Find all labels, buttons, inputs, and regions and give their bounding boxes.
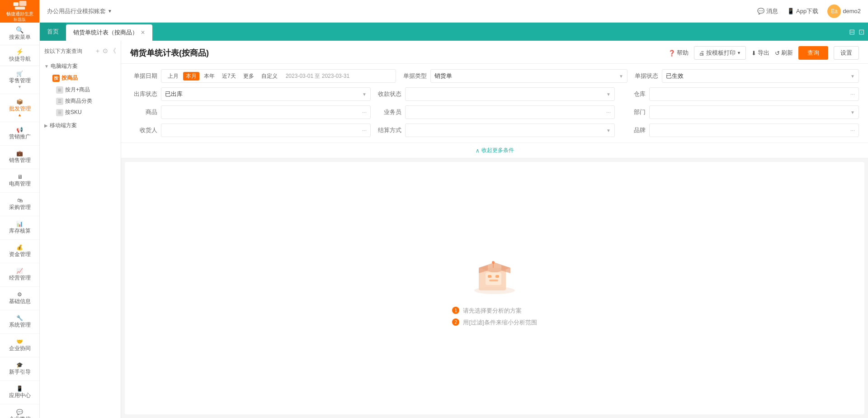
tab-home[interactable]: 首页 [40, 23, 66, 41]
warehouse-dots-icon[interactable]: ··· [850, 91, 855, 97]
sidebar-item-marketing[interactable]: 📢 营销推广 [0, 122, 39, 146]
avatar-text: Ea [831, 8, 838, 14]
purchase-icon: 🛍 [17, 197, 23, 204]
plan-by-category[interactable]: ☰ 按商品分类 [40, 95, 121, 107]
logo-text: 畅捷通好生意 [6, 11, 33, 17]
mobile-section-title[interactable]: ▶ 移动端方案 [40, 120, 121, 131]
sidebar-item-retail[interactable]: 🛒 零售管理 ▼ [0, 66, 39, 94]
marketing-label: 营销推广 [9, 133, 31, 141]
sidebar-item-appcenter[interactable]: 📱 应用中心 [0, 381, 39, 404]
product-dots-icon[interactable]: ··· [362, 109, 367, 115]
sidebar-item-ecommerce[interactable]: 🖥 电商管理 [0, 169, 39, 193]
sidebar-item-wholesale[interactable]: 📦 批发管理 ▲ [0, 94, 39, 122]
paymentstatus-control[interactable]: ▼ [405, 87, 615, 101]
sidebar-item-finance[interactable]: 💰 资金管理 [0, 240, 39, 263]
app-download-button[interactable]: 📱 App下载 [787, 7, 818, 15]
plan-by-month-product[interactable]: ⊞ 按月+商品 [40, 84, 121, 95]
sidebar-item-operations[interactable]: 📈 经营管理 [0, 263, 39, 287]
system-icon: 🔧 [16, 315, 23, 321]
tab-minimize-icon[interactable]: ⊟ [849, 28, 855, 36]
wechat-label: 企业微信 [9, 415, 31, 418]
brand-label: 品牌 [618, 126, 646, 134]
basic-icon: ⚙ [17, 291, 22, 298]
sidebar-item-purchase[interactable]: 🛍 采购管理 [0, 193, 39, 216]
tab-close-icon[interactable]: ✕ [141, 29, 145, 36]
settings-plan-icon[interactable]: ⊙ [103, 47, 108, 55]
print-button[interactable]: 🖨 按模板打印 ▼ [694, 46, 746, 60]
settings-button[interactable]: 设置 [834, 46, 859, 60]
warehousestatus-control[interactable]: 已出库 ▼ [161, 87, 371, 101]
plan-grid-icon: ⊞ [56, 86, 63, 94]
department-control[interactable]: ▼ [649, 105, 859, 119]
wechat-icon: 💬 [16, 409, 23, 415]
user-menu[interactable]: Ea demo2 [827, 5, 861, 18]
plan-by-sku[interactable]: ☰ 按SKU [40, 107, 121, 118]
pill-custom[interactable]: 自定义 [259, 72, 280, 81]
tab-sales-stat[interactable]: 销货单统计表（按商品） ✕ [66, 24, 152, 41]
pill-this-year[interactable]: 本年 [201, 72, 217, 81]
sidebar-search[interactable]: 🔍 搜索菜单 [0, 23, 39, 45]
plan-by-product-label: 按商品 [61, 74, 78, 82]
help-label: 帮助 [677, 49, 689, 57]
page-title-actions: ❓ 帮助 🖨 按模板打印 ▼ ⬇ 导出 ↺ 刷新 [668, 46, 859, 60]
sidebar-item-wechat[interactable]: 💬 企业微信 [0, 404, 39, 418]
sidebar-item-inventory[interactable]: 📊 库存核算 [0, 216, 39, 240]
docstatus-control[interactable]: 已生效 ▼ [662, 69, 859, 83]
tip-2-number: 2 [452, 318, 459, 326]
settlement-control[interactable]: ▼ [405, 124, 615, 137]
pill-more[interactable]: 更多 [241, 72, 257, 81]
pill-this-month[interactable]: 本月 [183, 72, 199, 81]
top-header: 办公用品行业模拟账套 ▼ 💬 消息 📱 App下载 Ea demo2 [40, 0, 868, 23]
print-label: 按模板打印 [706, 49, 736, 57]
refresh-icon: ↺ [775, 50, 780, 57]
filter-row-2: 出库状态 已出库 ▼ 收款状态 ▼ 仓库 ··· [130, 87, 859, 101]
sidebar-item-enterprise[interactable]: 🤝 企业协同 [0, 334, 39, 357]
tip-1-text: 请先选择要分析的方案 [463, 307, 522, 315]
add-plan-icon[interactable]: ＋ [94, 47, 101, 55]
pill-7days[interactable]: 近7天 [219, 72, 239, 81]
product-control[interactable]: ··· [161, 105, 371, 119]
pill-last-month[interactable]: 上月 [165, 72, 181, 81]
filter-panel-title: 按以下方案查询 [44, 48, 82, 55]
salesperson-control[interactable]: ··· [405, 105, 615, 119]
sidebar-item-sales[interactable]: 💼 销售管理 [0, 146, 39, 169]
query-button[interactable]: 查询 [798, 46, 828, 60]
plan-sku-label: 按SKU [65, 109, 82, 116]
tab-maximize-icon[interactable]: ⊡ [859, 28, 864, 36]
warehouse-control[interactable]: ··· [649, 87, 859, 101]
help-button[interactable]: ❓ 帮助 [668, 49, 689, 57]
account-dropdown[interactable]: 办公用品行业模拟账套 ▼ [47, 7, 112, 15]
docstatus-dropdown-icon: ▼ [850, 74, 855, 79]
tab-home-label: 首页 [47, 28, 59, 36]
export-button[interactable]: ⬇ 导出 [751, 49, 769, 57]
salesperson-dots-icon[interactable]: ··· [606, 109, 611, 115]
newbie-icon: 🎓 [16, 362, 23, 368]
collapse-panel-icon[interactable]: 《 [110, 47, 116, 55]
date-label: 单据日期 [130, 72, 157, 80]
filter-row-1: 单据日期 上月 本月 本年 近7天 更多 自定义 2023-03-01 至 20… [130, 69, 859, 83]
empty-tip-1: 1 请先选择要分析的方案 [452, 307, 537, 315]
plan-by-product[interactable]: 按 按商品 [40, 72, 121, 84]
sidebar-item-basic[interactable]: ⚙ 基础信息 [0, 287, 39, 310]
brand-dots-icon[interactable]: ··· [850, 127, 855, 133]
recipient-dots-icon[interactable]: ··· [362, 127, 367, 133]
page-content: 按以下方案查询 ＋ ⊙ 《 ▼ 电脑端方案 按 按商品 ⊞ 按月 [40, 41, 868, 418]
brand-control[interactable]: ··· [649, 124, 859, 137]
empty-tips: 1 请先选择要分析的方案 2 用[过滤]条件来缩小分析范围 [452, 307, 537, 327]
tab-bar: 首页 销货单统计表（按商品） ✕ ⊟ ⊡ [40, 23, 868, 41]
message-button[interactable]: 💬 消息 [757, 7, 778, 15]
sidebar-item-newbie[interactable]: 🎓 新手引导 [0, 357, 39, 381]
collapse-bar[interactable]: ∧ 收起更多条件 [121, 143, 868, 158]
filter-panel-icons: ＋ ⊙ 《 [94, 47, 116, 55]
doctype-value: 销货单 [434, 72, 452, 80]
pc-section-title[interactable]: ▼ 电脑端方案 [40, 61, 121, 72]
recipient-control[interactable]: ··· [161, 124, 371, 137]
logo-area: 畅捷通好生意 标题版 [0, 0, 39, 23]
svg-rect-0 [13, 2, 18, 6]
sidebar-quicknav[interactable]: ⚡ 快捷导航 [0, 45, 39, 66]
sidebar-item-system[interactable]: 🔧 系统管理 [0, 310, 39, 334]
export-label: 导出 [758, 49, 769, 57]
doctype-control[interactable]: 销货单 ▼ [430, 69, 627, 83]
refresh-button[interactable]: ↺ 刷新 [775, 49, 793, 57]
logo-subtext: 标题版 [14, 17, 26, 23]
